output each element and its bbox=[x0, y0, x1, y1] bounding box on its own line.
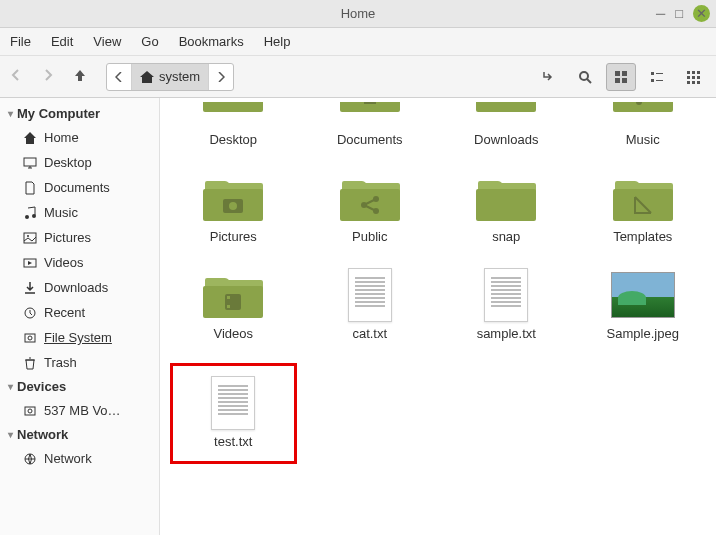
menu-edit[interactable]: Edit bbox=[51, 34, 73, 49]
svg-rect-13 bbox=[692, 76, 695, 79]
sidebar-item-videos[interactable]: Videos bbox=[0, 250, 159, 275]
file-item-sample-jpeg[interactable]: Sample.jpeg bbox=[580, 266, 707, 345]
file-label: Documents bbox=[337, 132, 403, 147]
sidebar-item-pictures[interactable]: Pictures bbox=[0, 225, 159, 250]
file-icon bbox=[474, 102, 538, 126]
chevron-down-icon: ▾ bbox=[8, 429, 13, 440]
desktop-icon bbox=[22, 156, 38, 170]
sidebar: ▾My ComputerHomeDesktopDocumentsMusicPic… bbox=[0, 98, 160, 535]
svg-point-33 bbox=[229, 202, 237, 210]
sidebar-item-label: Downloads bbox=[44, 280, 108, 295]
sidebar-section-header[interactable]: ▾Network bbox=[0, 423, 159, 446]
sidebar-item-label: Videos bbox=[44, 255, 84, 270]
grid-icon bbox=[614, 70, 628, 84]
sidebar-item-desktop[interactable]: Desktop bbox=[0, 150, 159, 175]
pathbar-prev[interactable] bbox=[107, 64, 132, 90]
pathbar-crumb[interactable]: system bbox=[132, 64, 209, 90]
file-item-snap[interactable]: snap bbox=[443, 169, 570, 248]
sidebar-item-downloads[interactable]: Downloads bbox=[0, 275, 159, 300]
nav-buttons bbox=[8, 67, 88, 86]
forward-button[interactable] bbox=[40, 67, 56, 86]
file-item-templates[interactable]: Templates bbox=[580, 169, 707, 248]
sidebar-item-recent[interactable]: Recent bbox=[0, 300, 159, 325]
music-icon bbox=[22, 206, 38, 220]
icon-view-button[interactable] bbox=[606, 63, 636, 91]
chevron-down-icon: ▾ bbox=[8, 108, 13, 119]
sidebar-item-537-mb-vo-[interactable]: 537 MB Vo… bbox=[0, 398, 159, 423]
file-item-public[interactable]: Public bbox=[307, 169, 434, 248]
pathbar-next[interactable] bbox=[209, 64, 233, 90]
search-button[interactable] bbox=[570, 63, 600, 91]
sidebar-item-network[interactable]: Network bbox=[0, 446, 159, 471]
file-label: Templates bbox=[613, 229, 672, 244]
sidebar-item-documents[interactable]: Documents bbox=[0, 175, 159, 200]
back-button[interactable] bbox=[8, 67, 24, 86]
sidebar-item-file-system[interactable]: File System bbox=[0, 325, 159, 350]
file-icon bbox=[611, 270, 675, 320]
file-icon bbox=[201, 102, 265, 126]
minimize-button[interactable]: ─ bbox=[656, 6, 665, 21]
svg-point-26 bbox=[28, 336, 32, 340]
pic-icon bbox=[22, 231, 38, 245]
file-item-sample-txt[interactable]: sample.txt bbox=[443, 266, 570, 345]
pathbar-crumb-label: system bbox=[159, 69, 200, 84]
file-item-downloads[interactable]: Downloads bbox=[443, 98, 570, 151]
file-icon bbox=[474, 270, 538, 320]
svg-rect-38 bbox=[227, 296, 230, 299]
toolbar: system bbox=[0, 56, 716, 98]
svg-rect-30 bbox=[364, 102, 376, 104]
titlebar: Home ─ □ ✕ bbox=[0, 0, 716, 28]
window-controls: ─ □ ✕ bbox=[656, 5, 710, 22]
svg-rect-2 bbox=[622, 71, 627, 76]
file-icon bbox=[201, 173, 265, 223]
sidebar-section-header[interactable]: ▾My Computer bbox=[0, 102, 159, 125]
svg-rect-16 bbox=[692, 81, 695, 84]
file-icon bbox=[338, 102, 402, 126]
close-button[interactable]: ✕ bbox=[693, 5, 710, 22]
file-label: sample.txt bbox=[477, 326, 536, 341]
toolbar-right bbox=[534, 63, 708, 91]
toggle-location-button[interactable] bbox=[534, 63, 564, 91]
file-icon bbox=[338, 173, 402, 223]
menu-file[interactable]: File bbox=[10, 34, 31, 49]
doc-icon bbox=[22, 181, 38, 195]
menu-view[interactable]: View bbox=[93, 34, 121, 49]
svg-rect-9 bbox=[687, 71, 690, 74]
net-icon bbox=[22, 452, 38, 466]
file-item-videos[interactable]: Videos bbox=[170, 266, 297, 345]
file-item-documents[interactable]: Documents bbox=[307, 98, 434, 151]
svg-rect-25 bbox=[25, 334, 35, 342]
compact-view-button[interactable] bbox=[678, 63, 708, 91]
sidebar-item-label: Desktop bbox=[44, 155, 92, 170]
file-item-desktop[interactable]: Desktop bbox=[170, 98, 297, 151]
home-icon bbox=[22, 131, 38, 145]
svg-rect-7 bbox=[651, 79, 654, 82]
list-icon bbox=[650, 70, 664, 84]
svg-rect-21 bbox=[24, 233, 36, 243]
sidebar-item-home[interactable]: Home bbox=[0, 125, 159, 150]
disk-icon bbox=[22, 404, 38, 418]
maximize-button[interactable]: □ bbox=[675, 6, 683, 21]
list-view-button[interactable] bbox=[642, 63, 672, 91]
text-file-icon bbox=[484, 268, 528, 322]
main-view[interactable]: DesktopDocumentsDownloadsMusicPicturesPu… bbox=[160, 98, 716, 535]
sidebar-item-label: Trash bbox=[44, 355, 77, 370]
compact-icon bbox=[686, 70, 700, 84]
sidebar-item-label: 537 MB Vo… bbox=[44, 403, 121, 418]
file-label: test.txt bbox=[214, 434, 252, 449]
menu-go[interactable]: Go bbox=[141, 34, 158, 49]
menu-help[interactable]: Help bbox=[264, 34, 291, 49]
up-button[interactable] bbox=[72, 67, 88, 86]
text-file-icon bbox=[348, 268, 392, 322]
file-item-music[interactable]: Music bbox=[580, 98, 707, 151]
svg-rect-6 bbox=[656, 73, 663, 74]
sidebar-section-header[interactable]: ▾Devices bbox=[0, 375, 159, 398]
sidebar-item-music[interactable]: Music bbox=[0, 200, 159, 225]
sidebar-item-trash[interactable]: Trash bbox=[0, 350, 159, 375]
svg-point-22 bbox=[27, 235, 29, 237]
file-item-pictures[interactable]: Pictures bbox=[170, 169, 297, 248]
menu-bookmarks[interactable]: Bookmarks bbox=[179, 34, 244, 49]
file-item-test-txt[interactable]: test.txt bbox=[170, 363, 297, 464]
sidebar-item-label: Network bbox=[44, 451, 92, 466]
file-item-cat-txt[interactable]: cat.txt bbox=[307, 266, 434, 345]
